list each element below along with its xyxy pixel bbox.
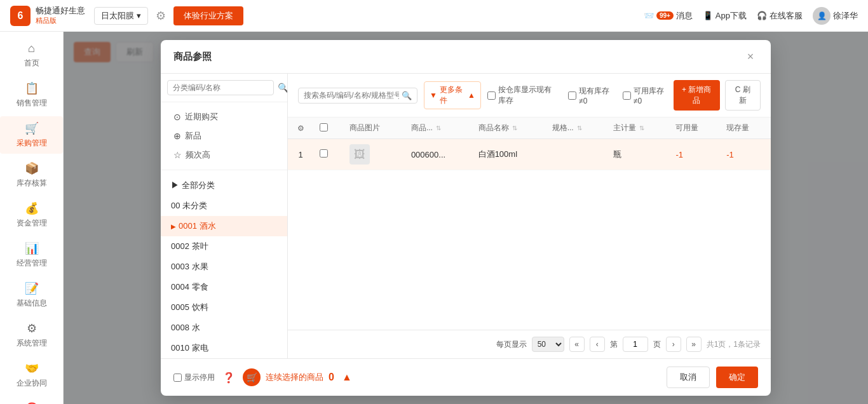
cart-icon[interactable]: 🛒	[243, 368, 261, 386]
last-page-btn[interactable]: »	[686, 337, 702, 352]
total-info: 共1页，1条记录	[707, 339, 761, 350]
new-icon: ⊕	[173, 131, 181, 141]
checkbox-available-label: 可用库存≠0	[634, 86, 667, 105]
show-disabled-input[interactable]	[173, 374, 182, 382]
message-icon: 📨	[644, 11, 654, 20]
th-code[interactable]: 商品... ⇅	[405, 118, 472, 139]
th-name[interactable]: 商品名称 ⇅	[472, 118, 546, 139]
sort-icon-code: ⇅	[436, 125, 441, 131]
sidebar-item-enterprise[interactable]: 🤝 企业协同	[0, 356, 63, 394]
sidebar-label-sales: 销售管理	[17, 98, 47, 109]
sidebar-item-basic[interactable]: 📝 基础信息	[0, 276, 63, 314]
category-panel: 🔍 ⊙ 近期购买 ⊕ 新品	[161, 74, 288, 358]
modal-footer: 显示停用 ❓ 🛒 连续选择的商品 0 ▲ 取消 确定	[161, 358, 771, 396]
logo-sub: 精品版	[36, 16, 85, 25]
modal-close-btn[interactable]: ×	[743, 49, 758, 64]
quick-link-frequent-label: 频次高	[186, 149, 210, 161]
home-icon: ⌂	[28, 42, 35, 55]
row-checkbox[interactable]	[320, 149, 328, 158]
prev-page-btn[interactable]: ‹	[590, 337, 605, 352]
td-spec	[546, 139, 607, 170]
checkbox-stock[interactable]: 现有库存≠0	[568, 86, 613, 105]
footer-collapse-icon[interactable]: ▲	[342, 372, 352, 383]
sidebar-item-purchase[interactable]: 🛒 采购管理	[0, 116, 63, 154]
quick-link-recent-label: 近期购买	[185, 111, 218, 123]
main-layout: ⌂ 首页 📋 销售管理 🛒 采购管理 📦 库存核算 💰 资金管理 📊 经营管理 …	[0, 32, 868, 404]
collapse-icon: 《	[288, 210, 288, 219]
product-search-input[interactable]	[304, 91, 399, 100]
category-item-00[interactable]: 00 未分类	[161, 196, 287, 216]
first-page-btn[interactable]: «	[569, 337, 585, 352]
category-item-0008[interactable]: 0008 水	[161, 318, 287, 338]
page-size-label: 每页显示	[496, 339, 527, 350]
th-stock: 现存量	[720, 118, 771, 139]
settings-gear-icon[interactable]: ⚙	[297, 124, 304, 133]
help-icon[interactable]: ❓	[222, 372, 235, 384]
category-item-0010[interactable]: 0010 家电	[161, 338, 287, 358]
filter-btn[interactable]: ▼ 更多条件 ▲	[424, 81, 481, 109]
checkbox-warehouse[interactable]: 按仓库显示现有库存	[487, 84, 558, 106]
th-spec[interactable]: 规格... ⇅	[546, 118, 607, 139]
table-row[interactable]: 1 🖼 000600... 白酒100ml	[288, 139, 771, 170]
user-area[interactable]: 👤 徐泽华	[813, 7, 858, 25]
basic-icon: 📝	[25, 281, 39, 295]
sort-icon-unit: ⇅	[639, 125, 644, 131]
show-disabled-checkbox[interactable]: 显示停用	[173, 372, 215, 383]
confirm-btn[interactable]: 确定	[716, 367, 758, 388]
panel-collapse-btn[interactable]: 《	[287, 202, 288, 227]
sidebar-label-basic: 基础信息	[17, 298, 47, 309]
quick-link-frequent[interactable]: ☆ 频次高	[168, 145, 280, 165]
app-download-btn[interactable]: 📱 App下载	[703, 10, 747, 22]
online-service-label: 在线客服	[770, 10, 803, 22]
td-unit: 瓶	[607, 139, 670, 170]
nav-selector[interactable]: 日太阳膜 ▾	[94, 7, 148, 25]
refresh-product-btn[interactable]: C 刷新	[725, 80, 761, 111]
message-btn[interactable]: 📨 99+ 消息	[644, 10, 693, 22]
td-stock: -1	[720, 139, 771, 170]
sidebar-item-operations[interactable]: 📊 经营管理	[0, 236, 63, 274]
checkbox-available[interactable]: 可用库存≠0	[623, 86, 667, 105]
checkbox-stock-input[interactable]	[568, 91, 576, 100]
modal-header: 商品参照 ×	[161, 40, 771, 74]
sidebar-item-guide[interactable]: 🎯 新手引导	[0, 396, 63, 404]
quick-link-new[interactable]: ⊕ 新品	[168, 126, 280, 145]
sidebar-item-finance[interactable]: 💰 资金管理	[0, 196, 63, 234]
sidebar-item-home[interactable]: ⌂ 首页	[0, 37, 63, 74]
sidebar-item-inventory[interactable]: 📦 库存核算	[0, 156, 63, 194]
sidebar-item-sales[interactable]: 📋 销售管理	[0, 76, 63, 114]
guide-icon: 🎯	[25, 401, 39, 404]
online-service-btn[interactable]: 🎧 在线客服	[757, 10, 803, 22]
next-page-btn[interactable]: ›	[666, 337, 681, 352]
category-search-area: 🔍	[161, 74, 287, 102]
td-index: 1	[288, 139, 313, 170]
select-all-checkbox[interactable]	[320, 123, 328, 131]
category-search-icon[interactable]: 🔍	[278, 83, 288, 93]
category-search-input[interactable]	[167, 80, 274, 95]
category-item-0004[interactable]: 0004 零食	[161, 277, 287, 297]
checkbox-available-input[interactable]	[623, 91, 631, 100]
category-item-0001[interactable]: ▶ 0001 酒水	[161, 216, 287, 236]
cart-label: 连续选择的商品	[266, 372, 323, 383]
page-label: 第	[610, 339, 618, 350]
frequent-icon: ☆	[173, 150, 182, 160]
filter-arrow-icon: ▲	[468, 91, 475, 100]
category-item-0003[interactable]: 0003 水果	[161, 257, 287, 277]
checkbox-warehouse-input[interactable]	[487, 91, 496, 100]
sidebar-item-system[interactable]: ⚙ 系统管理	[0, 316, 63, 354]
category-item-0002[interactable]: 0002 茶叶	[161, 236, 287, 257]
cat-0003-label: 0003 水果	[171, 261, 208, 273]
experience-btn[interactable]: 体验行业方案	[173, 6, 243, 25]
cat-0002-label: 0002 茶叶	[171, 241, 208, 252]
category-item-0005[interactable]: 0005 饮料	[161, 297, 287, 318]
gear-icon[interactable]: ⚙	[156, 9, 166, 23]
search-icon[interactable]: 🔍	[402, 91, 412, 100]
quick-link-recent[interactable]: ⊙ 近期购买	[168, 107, 280, 126]
category-item-all[interactable]: ▶ 全部分类	[161, 175, 287, 196]
cat-0001-label: 0001 酒水	[179, 220, 216, 232]
logo-name: 畅捷通好生意	[36, 6, 85, 17]
add-product-btn[interactable]: + 新增商品	[674, 80, 720, 111]
th-unit[interactable]: 主计量 ⇅	[607, 118, 670, 139]
page-size-select[interactable]: 20 50 100	[532, 337, 564, 352]
cancel-btn[interactable]: 取消	[667, 367, 710, 388]
page-number-input[interactable]	[623, 337, 648, 352]
